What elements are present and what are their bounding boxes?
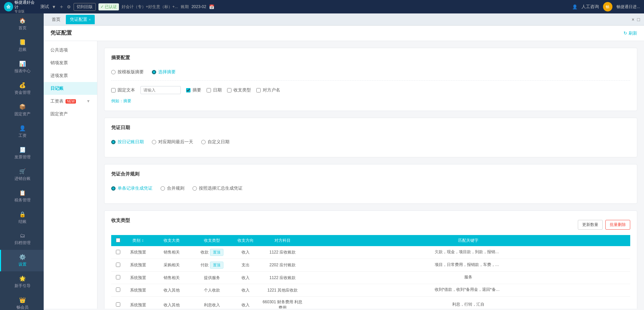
td-direction: 支出	[232, 259, 259, 272]
update-count-button[interactable]: 更新数量	[578, 220, 603, 230]
invoice-icon: 🧾	[19, 147, 26, 153]
tab-home[interactable]: 首页	[48, 15, 65, 24]
td-direction: 收入	[232, 284, 259, 297]
sidebar-item-guide[interactable]: 🌟 新手引导	[0, 271, 44, 293]
td-checkbox	[111, 259, 125, 272]
sidebar-item-invoice[interactable]: 🧾 发票管理	[0, 143, 44, 164]
sidebar-item-tax[interactable]: 📋 税务管理	[0, 186, 44, 207]
refresh-button[interactable]: ↻ 刷新	[624, 30, 637, 36]
tab-voucher-config[interactable]: 凭证配置 ×	[66, 15, 95, 24]
calendar-icon[interactable]: 📅	[209, 4, 214, 9]
top-tag-button[interactable]: 置顶	[210, 249, 223, 256]
radio-select-label[interactable]: 选择摘要	[152, 69, 176, 75]
counterparty-checkbox[interactable]	[256, 88, 261, 92]
td-subject: 1122 应收账款	[259, 272, 306, 284]
sidebar-item-settings[interactable]: ⚙️ 设置	[0, 250, 44, 271]
page-header: 凭证配置 ↻ 刷新	[44, 26, 644, 41]
row-checkbox[interactable]	[116, 250, 120, 254]
radio-merge-label[interactable]: 合并规则	[161, 185, 184, 191]
radio-merge-input[interactable]	[161, 186, 165, 191]
tab-close-icon[interactable]: ×	[89, 17, 91, 22]
batch-delete-button[interactable]: 批量删除	[605, 220, 630, 230]
sidebar-item-reports[interactable]: 📊 报表中心	[0, 56, 44, 78]
maximize-window-button[interactable]: □	[637, 17, 640, 22]
radio-period-last-label[interactable]: 对应期间最后一天	[152, 139, 193, 145]
fixed-text-checkbox[interactable]	[111, 88, 116, 92]
table-row: 系统预置 收入其他 个人收款 收入	[111, 284, 630, 297]
table-actions: 更新数量 批量删除	[578, 220, 630, 230]
row-checkbox[interactable]	[116, 275, 120, 279]
software-tags: 好会计（专）+好生意（标）+...	[122, 4, 178, 10]
left-nav-item-fixed-assets[interactable]: 固定资产	[44, 108, 97, 120]
radio-period-last-input[interactable]	[152, 140, 156, 144]
radio-by-date-input[interactable]	[111, 140, 116, 144]
td-subject: 1221 其他应收款	[259, 284, 306, 297]
sidebar-item-archive[interactable]: 🗂 归档管理	[0, 229, 44, 250]
sidebar-item-finance[interactable]: 💰 资金管理	[0, 78, 44, 100]
sidebar-item-salary[interactable]: 👤 工资	[0, 121, 44, 143]
td-subject: 1122 应收账款	[259, 246, 306, 259]
settings-sidebar-icon: ⚙️	[19, 254, 26, 260]
period-label: 账期	[181, 4, 189, 10]
content-area: 凭证配置 ↻ 刷新 公共选项 销项发票 进项发票 日记账	[44, 26, 644, 310]
sidebar-item-member[interactable]: 👑 畅会员	[0, 293, 44, 310]
counterparty-checkbox-label[interactable]: 对方户名	[256, 87, 280, 93]
th-major: 收支大类	[152, 235, 192, 246]
income-type-checkbox-label[interactable]: 收支类型	[227, 87, 251, 93]
summary-checkbox-label[interactable]: 摘要	[186, 87, 201, 93]
radio-template-label[interactable]: 按模板版摘要	[111, 69, 144, 75]
radio-custom-date-label[interactable]: 自定义日期	[201, 139, 229, 145]
th-subject: 对方科目	[259, 235, 306, 246]
sidebar-item-ledger[interactable]: 📒 总账	[0, 35, 44, 56]
config-layout: 公共选项 销项发票 进项发票 日记账 工资表 NEW ▼ 固定资产	[44, 41, 644, 309]
left-nav-item-sales-invoice[interactable]: 销项发票	[44, 56, 97, 69]
user-name[interactable]: 畅捷通日进...	[616, 4, 640, 10]
settings-icon[interactable]: ⚙	[67, 4, 71, 9]
radio-single-label[interactable]: 单条记录生成凭证	[111, 185, 153, 191]
close-window-button[interactable]: ×	[632, 17, 634, 22]
row-checkbox[interactable]	[116, 302, 120, 307]
table-row: 系统预置 销售相关 收款 置顶 收入	[111, 246, 630, 259]
income-type-checkbox[interactable]	[227, 88, 231, 92]
sidebar-item-close-account[interactable]: 🔒 结账	[0, 207, 44, 229]
td-income-type: 付款 置顶	[192, 259, 232, 272]
radio-by-date-label[interactable]: 按日记账日期	[111, 139, 144, 145]
sidebar-item-purchase-sales[interactable]: 🛒 进销台账	[0, 164, 44, 186]
td-major-type: 收入其他	[152, 297, 192, 309]
left-nav-item-payroll[interactable]: 工资表 NEW ▼	[44, 95, 97, 108]
th-keyword: 匹配关键字	[306, 235, 630, 246]
radio-template-input[interactable]	[111, 70, 116, 74]
radio-by-selection-input[interactable]	[192, 186, 197, 191]
select-all-checkbox[interactable]	[116, 238, 120, 242]
add-icon[interactable]: ＋	[59, 3, 64, 10]
date-checkbox-label[interactable]: 日期	[207, 87, 222, 93]
top-tag-button[interactable]: 置顶	[210, 262, 223, 269]
left-nav-item-purchase-invoice[interactable]: 进项发票	[44, 69, 97, 82]
row-checkbox[interactable]	[116, 263, 120, 267]
sidebar-item-fixed-assets[interactable]: 📦 固定资产	[0, 100, 44, 121]
left-nav-item-public[interactable]: 公共选项	[44, 44, 97, 56]
radio-select-input[interactable]	[152, 70, 156, 74]
status-badge: ✓ 已认证	[98, 3, 119, 10]
left-nav-label: 日记账	[50, 85, 63, 91]
sidebar-item-home[interactable]: 🏠 首页	[0, 13, 44, 35]
page-title: 凭证配置	[50, 30, 72, 37]
support-label[interactable]: 人工咨询	[582, 4, 599, 10]
radio-single-input[interactable]	[111, 186, 116, 191]
sidebar-item-label: 新手引导	[14, 283, 31, 289]
row-checkbox[interactable]	[116, 287, 120, 292]
switch-version-button[interactable]: 切到旧版	[74, 3, 96, 11]
guide-icon: 🌟	[19, 275, 26, 282]
dropdown-arrow-icon[interactable]: ▼	[52, 4, 56, 9]
td-category: 系统预置	[125, 272, 152, 284]
sidebar-item-label: 工资	[18, 133, 27, 139]
fixed-text-input[interactable]	[140, 86, 181, 94]
radio-by-selection-label[interactable]: 按照选择汇总生成凭证	[192, 185, 243, 191]
date-checkbox[interactable]	[207, 88, 211, 92]
td-keywords: 服务	[306, 272, 630, 284]
left-nav-item-diary[interactable]: 日记账	[44, 82, 97, 95]
summary-checkbox[interactable]	[186, 88, 190, 92]
sidebar-item-label: 报表中心	[14, 68, 31, 74]
radio-custom-date-input[interactable]	[201, 140, 206, 144]
fixed-text-checkbox-label[interactable]: 固定文本	[111, 87, 135, 93]
